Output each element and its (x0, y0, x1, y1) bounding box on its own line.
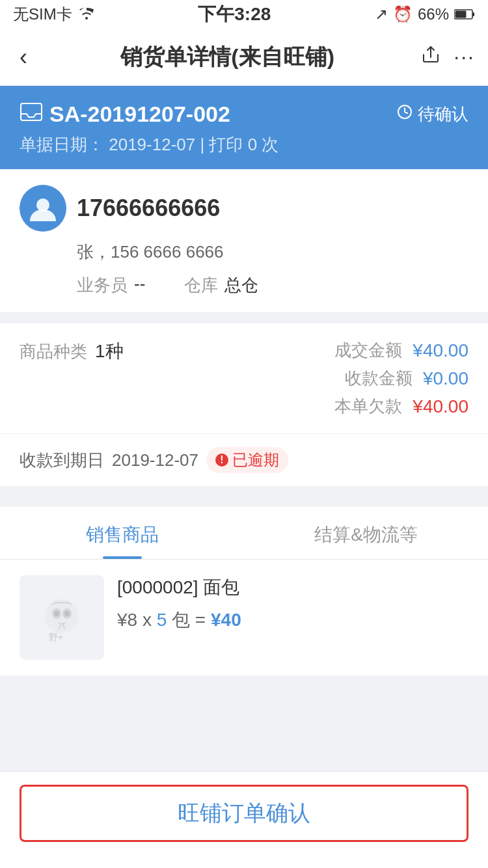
customer-name: 张，156 6666 6666 (77, 241, 468, 264)
tab-products[interactable]: 销售商品 (0, 507, 244, 559)
due-date-card: 收款到期日 2019-12-07 ! 已逾期 (0, 433, 488, 486)
meta-row: 业务员 -- 仓库 总仓 (77, 274, 468, 297)
product-info: [0000002] 面包 ¥8 x 5 包 = ¥40 (117, 575, 468, 632)
svg-text:野+: 野+ (49, 632, 63, 642)
overdue-text: 已逾期 (232, 450, 279, 470)
order-status-text: 待确认 (418, 103, 468, 126)
header-date: 单据日期： 2019-12-07 | 打印 0 次 (20, 133, 468, 156)
back-button[interactable]: ‹ (13, 44, 34, 71)
amount-value: ¥40.00 (413, 340, 468, 361)
customer-phone: 17666666666 (77, 195, 220, 222)
page-title: 销货单详情(来自旺铺) (34, 42, 421, 72)
total-price: ¥40 (211, 610, 241, 630)
avatar (20, 185, 66, 232)
more-icon[interactable]: ··· (454, 45, 475, 69)
header-card: SA-20191207-002 待确认 单据日期： 2019-12-07 | 打… (0, 86, 488, 169)
order-id-text: SA-20191207-002 (49, 102, 230, 127)
status-bar: 无SIM卡 下午3:28 ↗ ⏰ 66% (0, 0, 488, 29)
svg-point-6 (45, 599, 79, 633)
tab-settlement[interactable]: 结算&物流等 (244, 507, 488, 559)
salesperson-value: -- (134, 274, 145, 297)
inbox-icon (20, 102, 43, 127)
divider-1 (0, 313, 488, 323)
nav-bar: ‹ 销货单详情(来自旺铺) ··· (0, 29, 488, 86)
customer-row: 17666666666 (20, 185, 468, 232)
product-image: 野+ (20, 575, 104, 660)
salesperson-field: 业务员 -- (77, 274, 145, 297)
header-card-top: SA-20191207-002 待确认 (20, 102, 468, 127)
warehouse-field: 仓库 总仓 (184, 274, 258, 297)
equals: = (195, 610, 211, 630)
owed-row: 本单欠款 ¥40.00 (334, 395, 468, 418)
product-type-label: 商品种类 (20, 340, 87, 363)
svg-rect-3 (21, 103, 42, 120)
tabs-bar: 销售商品 结算&物流等 (0, 507, 488, 560)
alarm-icon: ⏰ (393, 5, 413, 23)
table-row: 野+ [0000002] 面包 ¥8 x 5 包 = ¥40 (0, 560, 488, 676)
svg-rect-2 (455, 11, 466, 18)
owed-label: 本单欠款 (334, 395, 402, 418)
order-status-badge: 待确认 (397, 103, 468, 126)
summary-card: 商品种类 1种 成交金额 ¥40.00 收款金额 ¥0.00 本单欠款 ¥40.… (0, 323, 488, 433)
warehouse-label: 仓库 (184, 274, 218, 297)
overdue-dot-icon: ! (215, 454, 228, 467)
amount-row: 成交金额 ¥40.00 (334, 339, 468, 362)
warehouse-value: 总仓 (224, 274, 258, 297)
due-date-value: 2019-12-07 (112, 450, 198, 470)
wifi-icon (79, 5, 94, 23)
received-value: ¥0.00 (423, 368, 468, 389)
status-left: 无SIM卡 (13, 4, 94, 25)
unit: 包 (172, 610, 190, 630)
product-code: [0000002] (117, 577, 198, 597)
order-id: SA-20191207-002 (20, 102, 230, 127)
status-time: 下午3:28 (198, 2, 271, 27)
product-price-row: ¥8 x 5 包 = ¥40 (117, 608, 468, 632)
svg-rect-1 (472, 12, 474, 16)
summary-left: 商品种类 1种 (20, 339, 124, 364)
battery-label: 66% (418, 5, 449, 23)
svg-point-9 (54, 611, 59, 616)
product-list: 野+ [0000002] 面包 ¥8 x 5 包 = ¥40 (0, 560, 488, 676)
salesperson-label: 业务员 (77, 274, 128, 297)
overdue-badge: ! 已逾期 (206, 447, 288, 473)
quantity: 5 (157, 610, 167, 630)
bottom-bar: 旺铺订单确认 (0, 771, 488, 868)
status-right: ↗ ⏰ 66% (375, 5, 475, 23)
summary-right: 成交金额 ¥40.00 收款金额 ¥0.00 本单欠款 ¥40.00 (334, 339, 468, 418)
clock-icon (397, 104, 413, 124)
received-label: 收款金额 (345, 367, 413, 390)
confirm-order-button[interactable]: 旺铺订单确认 (20, 785, 468, 842)
product-type-value: 1种 (95, 339, 124, 364)
location-icon: ↗ (375, 5, 388, 23)
nav-actions: ··· (421, 45, 475, 70)
battery-icon (454, 5, 475, 23)
svg-point-10 (64, 611, 70, 616)
share-icon[interactable] (421, 45, 441, 70)
amount-label: 成交金额 (334, 339, 402, 362)
carrier-label: 无SIM卡 (13, 4, 72, 25)
due-date-label: 收款到期日 (20, 449, 104, 472)
divider-2 (0, 486, 488, 496)
owed-value: ¥40.00 (413, 396, 468, 417)
product-title: 面包 (203, 577, 239, 597)
received-row: 收款金额 ¥0.00 (345, 367, 468, 390)
info-card: 17666666666 张，156 6666 6666 业务员 -- 仓库 总仓 (0, 169, 488, 313)
multiplier: x (142, 610, 157, 630)
unit-price: ¥8 (117, 610, 137, 630)
product-name: [0000002] 面包 (117, 575, 468, 600)
